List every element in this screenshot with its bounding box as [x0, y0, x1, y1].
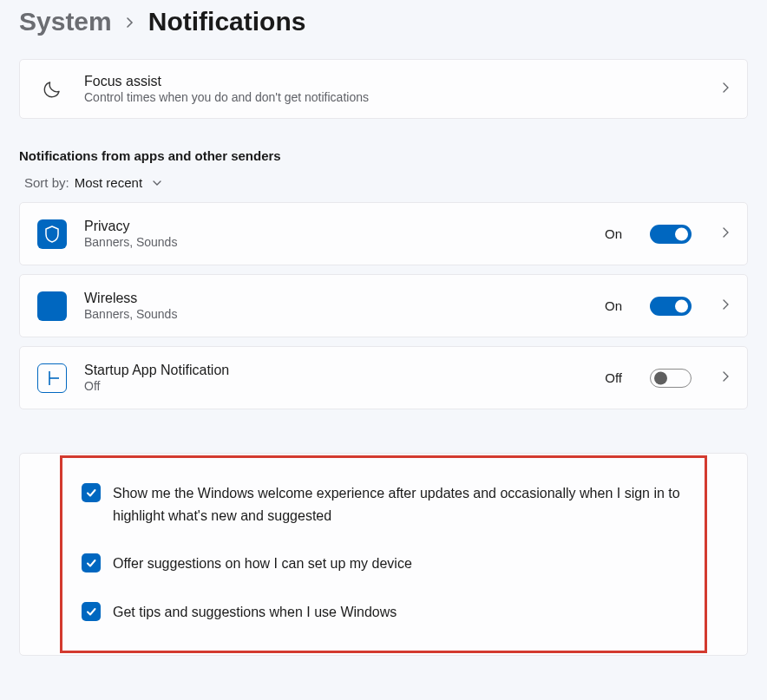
- section-header: Notifications from apps and other sender…: [19, 148, 748, 163]
- sort-dropdown[interactable]: Sort by: Most recent: [19, 175, 748, 190]
- additional-settings-card: Show me the Windows welcome experience a…: [19, 453, 748, 656]
- checkbox[interactable]: [82, 483, 101, 502]
- checkbox-row-setup[interactable]: Offer suggestions on how I can set up my…: [82, 542, 685, 586]
- focus-assist-row[interactable]: Focus assist Control times when you do a…: [19, 59, 748, 119]
- focus-assist-title: Focus assist: [84, 74, 704, 89]
- sort-value: Most recent: [75, 175, 142, 190]
- chevron-right-icon: [721, 298, 730, 315]
- chevron-right-icon: [721, 81, 730, 98]
- breadcrumb: System Notifications: [19, 3, 748, 36]
- toggle-state-label: On: [605, 298, 622, 313]
- chevron-right-icon: [721, 226, 730, 243]
- app-list: Privacy Banners, Sounds On Wireless Bann…: [19, 202, 748, 409]
- toggle-startup[interactable]: [650, 369, 692, 388]
- toggle-privacy[interactable]: [650, 225, 692, 244]
- grid-icon: [37, 363, 67, 393]
- app-detail: Off: [84, 379, 587, 393]
- checkbox-label: Offer suggestions on how I can set up my…: [113, 553, 412, 575]
- page-title: Notifications: [148, 7, 306, 36]
- app-row-privacy[interactable]: Privacy Banners, Sounds On: [19, 202, 748, 265]
- app-row-startup[interactable]: Startup App Notification Off Off: [19, 346, 748, 409]
- moon-icon: [37, 79, 67, 100]
- shield-icon: [37, 219, 67, 249]
- breadcrumb-parent[interactable]: System: [19, 7, 112, 36]
- focus-assist-subtitle: Control times when you do and don't get …: [84, 90, 704, 104]
- chevron-right-icon: [721, 370, 730, 387]
- toggle-state-label: Off: [605, 370, 622, 385]
- app-detail: Banners, Sounds: [84, 235, 587, 249]
- checkbox-row-welcome[interactable]: Show me the Windows welcome experience a…: [82, 472, 685, 537]
- app-name: Wireless: [84, 291, 587, 306]
- app-row-wireless[interactable]: Wireless Banners, Sounds On: [19, 274, 748, 337]
- toggle-state-label: On: [605, 226, 622, 241]
- chevron-down-icon: [151, 175, 163, 190]
- chevron-right-icon: [126, 15, 134, 33]
- app-detail: Banners, Sounds: [84, 307, 587, 321]
- checkbox[interactable]: [82, 553, 101, 572]
- checkbox-label: Show me the Windows welcome experience a…: [113, 482, 685, 527]
- square-icon: [37, 291, 67, 321]
- highlight-annotation: Show me the Windows welcome experience a…: [60, 455, 707, 653]
- app-name: Startup App Notification: [84, 363, 587, 378]
- checkbox[interactable]: [82, 602, 101, 621]
- toggle-wireless[interactable]: [650, 297, 692, 316]
- app-name: Privacy: [84, 219, 587, 234]
- sort-label: Sort by:: [24, 175, 69, 190]
- checkbox-label: Get tips and suggestions when I use Wind…: [113, 601, 397, 624]
- checkbox-row-tips[interactable]: Get tips and suggestions when I use Wind…: [82, 591, 685, 634]
